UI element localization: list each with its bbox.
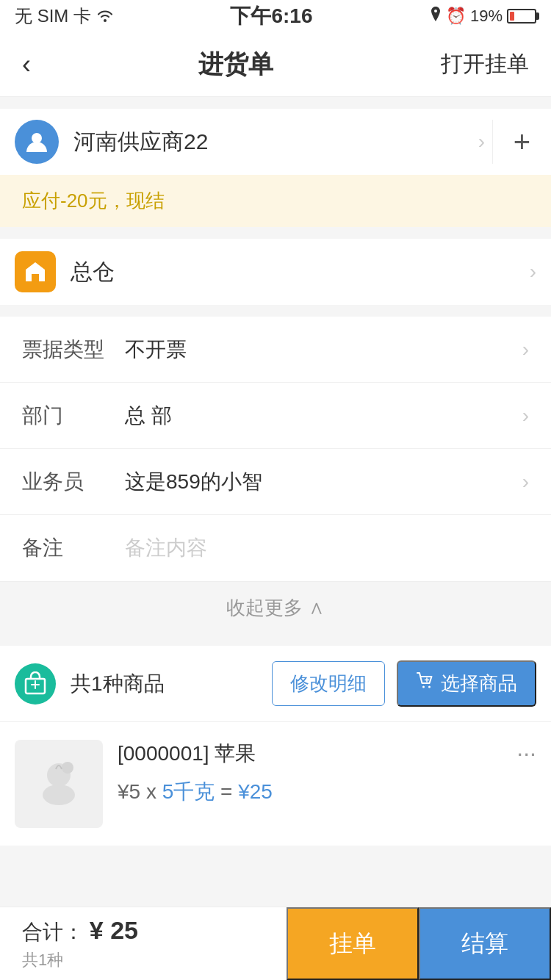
invoice-type-chevron-icon: › bbox=[522, 338, 529, 361]
total-label: 合计： bbox=[22, 920, 84, 943]
products-icon bbox=[15, 663, 56, 705]
total-section: 合计： ¥ 25 共1种 bbox=[0, 916, 287, 971]
total-row: 合计： ¥ 25 bbox=[22, 916, 264, 946]
back-button[interactable]: ‹ bbox=[22, 49, 31, 80]
open-pending-button[interactable]: 打开挂单 bbox=[441, 49, 529, 79]
supplier-row[interactable]: 河南供应商22 › + bbox=[15, 109, 536, 175]
products-section: 共1种商品 修改明细 选择商品 bbox=[0, 646, 551, 846]
remark-row[interactable]: 备注 备注内容 bbox=[0, 515, 551, 581]
status-bar: 无 SIM 卡 下午6:16 ⏰ 19% bbox=[0, 0, 551, 32]
svg-point-0 bbox=[32, 133, 42, 143]
battery-percent: 19% bbox=[470, 7, 503, 26]
warehouse-icon bbox=[15, 251, 56, 292]
supplier-section: 河南供应商22 › + bbox=[0, 109, 551, 175]
add-supplier-button[interactable]: + bbox=[492, 120, 536, 164]
supplier-chevron-icon: › bbox=[478, 130, 485, 154]
svg-point-4 bbox=[428, 686, 431, 688]
svg-point-6 bbox=[43, 785, 75, 805]
status-right: ⏰ 19% bbox=[430, 7, 536, 26]
product-info: [0000001] 苹果 ¥5 x 5千克 = ¥25 bbox=[118, 740, 516, 806]
svg-point-3 bbox=[422, 686, 425, 688]
page-title: 进货单 bbox=[198, 48, 273, 82]
collapse-more-button[interactable]: 收起更多 ∧ bbox=[0, 581, 551, 634]
product-more-button[interactable]: ··· bbox=[516, 740, 536, 767]
select-product-label: 选择商品 bbox=[441, 671, 517, 696]
supplier-avatar bbox=[15, 120, 59, 164]
invoice-type-row[interactable]: 票据类型 不开票 › bbox=[0, 317, 551, 383]
total-count-label: 共1种 bbox=[22, 949, 264, 971]
product-thumbnail bbox=[15, 740, 103, 828]
alarm-icon: ⏰ bbox=[446, 7, 466, 26]
location-icon bbox=[430, 7, 442, 26]
supplier-name: 河南供应商22 bbox=[73, 127, 471, 157]
salesperson-label: 业务员 bbox=[22, 468, 110, 496]
wifi-icon bbox=[97, 6, 113, 26]
salesperson-chevron-icon: › bbox=[522, 470, 529, 494]
bottom-bar: 合计： ¥ 25 共1种 挂单 结算 bbox=[0, 907, 551, 980]
remark-input[interactable]: 备注内容 bbox=[110, 534, 529, 562]
invoice-type-label: 票据类型 bbox=[22, 336, 110, 364]
divider-1 bbox=[0, 97, 551, 109]
warehouse-name: 总仓 bbox=[71, 257, 522, 287]
department-row[interactable]: 部门 总 部 › bbox=[0, 383, 551, 449]
payment-notice: 应付-20元，现结 bbox=[0, 175, 551, 227]
department-chevron-icon: › bbox=[522, 404, 529, 428]
status-left: 无 SIM 卡 bbox=[15, 4, 113, 28]
product-item: [0000001] 苹果 ¥5 x 5千克 = ¥25 ··· bbox=[0, 722, 551, 846]
warehouse-row[interactable]: 总仓 › bbox=[15, 239, 536, 305]
remark-label: 备注 bbox=[22, 534, 110, 562]
total-amount: ¥ 25 bbox=[90, 916, 138, 944]
time-label: 下午6:16 bbox=[230, 2, 312, 30]
salesperson-row[interactable]: 业务员 这是859的小智 › bbox=[0, 449, 551, 515]
products-count-label: 共1种商品 bbox=[71, 670, 272, 698]
product-name: [0000001] 苹果 bbox=[118, 740, 516, 768]
warehouse-chevron-icon: › bbox=[530, 260, 536, 284]
invoice-type-value: 不开票 bbox=[110, 336, 515, 364]
carrier-label: 无 SIM 卡 bbox=[15, 4, 91, 28]
modify-detail-button[interactable]: 修改明细 bbox=[272, 661, 385, 706]
products-header: 共1种商品 修改明细 选择商品 bbox=[0, 646, 551, 722]
checkout-button[interactable]: 结算 bbox=[419, 907, 551, 980]
nav-bar: ‹ 进货单 打开挂单 bbox=[0, 32, 551, 97]
svg-rect-1 bbox=[32, 274, 39, 281]
form-section: 票据类型 不开票 › 部门 总 部 › 业务员 这是859的小智 › 备注 备注… bbox=[0, 317, 551, 581]
department-value: 总 部 bbox=[110, 402, 515, 430]
warehouse-section: 总仓 › bbox=[0, 239, 551, 305]
battery-icon bbox=[507, 9, 536, 24]
department-label: 部门 bbox=[22, 402, 110, 430]
hang-order-button[interactable]: 挂单 bbox=[287, 907, 419, 980]
svg-point-7 bbox=[62, 762, 73, 774]
salesperson-value: 这是859的小智 bbox=[110, 468, 515, 496]
select-product-button[interactable]: 选择商品 bbox=[397, 660, 536, 707]
cart-icon bbox=[416, 671, 435, 696]
product-price: ¥5 x 5千克 = ¥25 bbox=[118, 778, 516, 806]
